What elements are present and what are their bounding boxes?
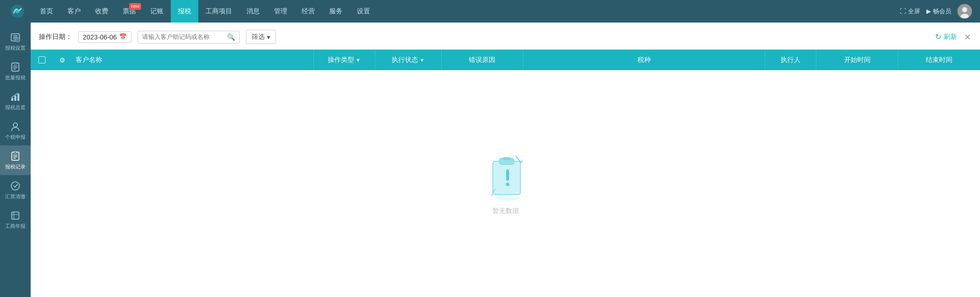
th-executor: 执行人 [765,50,816,70]
column-settings-icon[interactable]: ⚙ [53,56,72,64]
th-end-time: 结束时间 [898,50,980,70]
nav-item-invoice[interactable]: 票据new [116,0,143,23]
nav-right: ⛶ 全屏 ▶ 畅会员 [900,4,972,18]
th-tax-type: 税种 [523,50,766,70]
sidebar-item-settlement[interactable]: 汇算清缴 [0,175,31,205]
empty-illustration [485,152,526,198]
user-avatar[interactable] [958,4,972,18]
checkbox-inner[interactable] [38,56,45,63]
settlement-icon [10,180,21,192]
svg-rect-17 [11,98,13,101]
toolbar: 操作日期： 2023-06-06 📅 🔍 筛选 ▾ ↻ 刷新 ✕ [31,23,980,50]
app-logo[interactable] [8,2,27,20]
nav-item-message[interactable]: 消息 [239,0,267,23]
main-layout: 报税设置批量报税报税总览个税申报报税记录汇算清缴工商年报 操作日期： 2023-… [0,23,980,297]
refresh-label: 刷新 [944,32,957,41]
empty-state: 暂无数据 [31,70,980,297]
annual-report-icon [10,210,21,221]
svg-point-36 [506,182,509,186]
membership-label: 畅会员 [933,7,951,16]
sort-status-icon: ▼ [420,57,425,63]
filter-label: 筛选 [252,32,265,41]
sidebar: 报税设置批量报税报税总览个税申报报税记录汇算清缴工商年报 [0,23,31,297]
filter-button[interactable]: 筛选 ▾ [246,30,276,44]
tax-settings-icon [10,32,21,43]
sidebar-item-label-tax-record: 报税记录 [5,164,26,170]
sidebar-item-annual-report[interactable]: 工商年报 [0,205,31,235]
sidebar-item-tax-overview[interactable]: 报税总览 [0,86,31,116]
nav-item-bookkeeping[interactable]: 记账 [143,0,171,23]
nav-item-service[interactable]: 服务 [322,0,350,23]
svg-point-41 [495,196,520,201]
personal-tax-icon [10,121,21,132]
svg-point-3 [962,7,967,12]
svg-rect-27 [12,212,19,219]
search-input[interactable] [138,31,223,43]
sidebar-item-personal-tax[interactable]: 个税申报 [0,116,31,145]
sidebar-item-label-tax-settings: 报税设置 [5,45,26,51]
th-status[interactable]: 执行状态 ▼ [375,50,442,70]
svg-point-1 [15,9,19,13]
svg-rect-35 [506,169,509,181]
close-button[interactable]: ✕ [963,31,972,43]
sidebar-item-label-tax-overview: 报税总览 [5,104,26,111]
nav-item-customer[interactable]: 客户 [60,0,88,23]
svg-point-40 [491,194,493,196]
chevron-down-icon: ▾ [267,33,270,41]
svg-rect-34 [503,157,511,160]
nav-item-fee[interactable]: 收费 [88,0,116,23]
nav-item-operation[interactable]: 经营 [294,0,322,23]
svg-rect-22 [14,152,17,153]
svg-point-26 [11,182,19,190]
nav-item-tax[interactable]: 报税 [171,0,198,23]
svg-point-20 [13,123,17,127]
table-header: ⚙ 客户名称 操作类型 ▼ 执行状态 ▼ 错误原因 税种 [31,50,980,70]
date-picker[interactable]: 2023-06-06 📅 [78,31,131,43]
tax-record-icon [10,151,21,162]
refresh-icon: ↻ [935,32,942,41]
sidebar-item-label-settlement: 汇算清缴 [5,194,26,200]
nav-item-management[interactable]: 管理 [267,0,294,23]
svg-rect-19 [17,94,19,101]
fullscreen-button[interactable]: ⛶ 全屏 [900,7,920,16]
top-navigation: 首页客户收费票据new记账报税工商项目消息管理经营服务设置 ⛶ 全屏 ▶ 畅会员 [0,0,980,23]
nav-items: 首页客户收费票据new记账报税工商项目消息管理经营服务设置 [33,0,900,23]
th-start-time: 开始时间 [816,50,898,70]
th-error: 错误原因 [442,50,523,70]
sidebar-item-label-personal-tax: 个税申报 [5,134,26,140]
date-value: 2023-06-06 [83,33,117,41]
nav-item-settings[interactable]: 设置 [350,0,377,23]
search-button[interactable]: 🔍 [223,31,239,43]
table-body: 暂无数据 [31,70,980,297]
batch-tax-icon [10,61,21,73]
sidebar-item-label-batch-tax: 批量报税 [5,75,26,81]
fullscreen-label: 全屏 [908,7,920,16]
th-op-type[interactable]: 操作类型 ▼ [314,50,375,70]
sidebar-item-tax-record[interactable]: 报税记录 [0,145,31,175]
membership-button[interactable]: ▶ 畅会员 [926,7,951,16]
sidebar-item-label-annual-report: 工商年报 [5,223,26,229]
sidebar-item-batch-tax[interactable]: 批量报税 [0,56,31,86]
th-customer-name: 客户名称 [72,50,314,70]
nav-item-home[interactable]: 首页 [33,0,60,23]
content-area: 操作日期： 2023-06-06 📅 🔍 筛选 ▾ ↻ 刷新 ✕ [31,23,980,297]
sort-op-type-icon: ▼ [356,57,361,63]
refresh-button[interactable]: ↻ 刷新 [935,32,957,41]
empty-text: 暂无数据 [492,206,519,216]
select-all-checkbox[interactable] [31,56,53,63]
calendar-icon: 📅 [119,33,127,40]
tax-overview-icon [10,91,21,102]
nav-item-business[interactable]: 工商项目 [198,0,239,23]
membership-icon: ▶ [926,8,931,15]
badge-new: new [129,3,141,10]
date-label: 操作日期： [39,32,72,41]
search-box: 🔍 [138,31,240,44]
svg-rect-13 [14,62,17,64]
sidebar-item-tax-settings[interactable]: 报税设置 [0,27,31,56]
fullscreen-icon: ⛶ [900,8,906,15]
search-icon: 🔍 [227,33,235,41]
svg-rect-18 [14,96,16,101]
table-container: ⚙ 客户名称 操作类型 ▼ 执行状态 ▼ 错误原因 税种 [31,50,980,297]
